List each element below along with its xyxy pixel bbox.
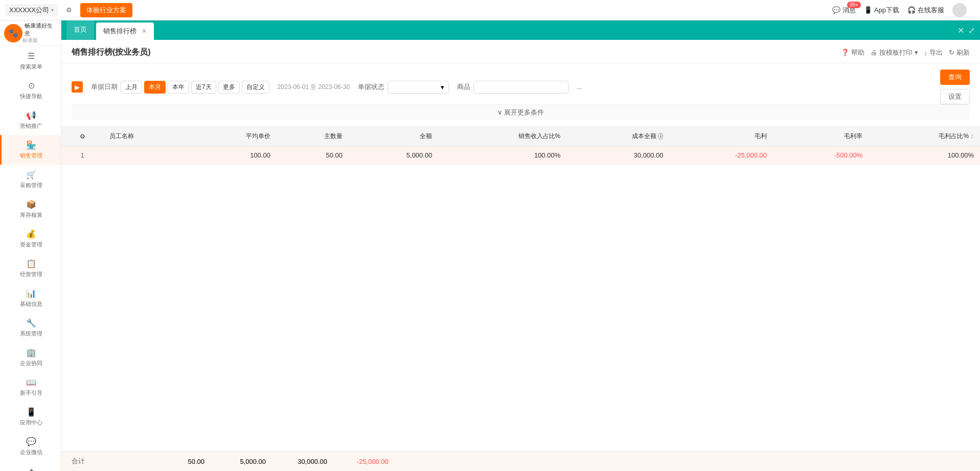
page-actions: ❓ 帮助 🖨 按模板打印 ▾ ↓ 导出 ↻ 刷新 [841,48,970,57]
enterprise-icon: 🏢 [26,348,36,357]
company-selector[interactable]: XXXXXX公司 ▾ [5,4,58,16]
date-range-display: 2023-06-01 至 2023-06-30 [278,83,350,92]
sidebar: 🐾 畅康通好生意 标准版 ☰ 搜索菜单 ⊙ 快捷导航 📢 营销推广 🏪 销售管理… [0,20,61,471]
goods-input[interactable] [473,81,568,94]
filter-area: ▶ 单据日期 上月 本月 本年 近7天 更多 自定义 2023-06 [61,63,980,127]
col-cost: 成本全额 i [566,127,669,146]
sidebar-logo: 🐾 畅康通好生意 标准版 [0,20,61,46]
print-icon: 🖨 [871,49,877,56]
date-btn-7days[interactable]: 近7天 [191,81,216,94]
settings-icon[interactable]: ⚙ [62,3,76,17]
layout: 🐾 畅康通好生意 标准版 ☰ 搜索菜单 ⊙ 快捷导航 📢 营销推广 🏪 销售管理… [0,20,980,471]
date-btn-custom[interactable]: 自定义 [242,81,269,94]
col-name: 员工名称 [103,127,190,146]
sidebar-item-wechat[interactable]: 💬 企业微信 [0,432,61,461]
date-filter: 单据日期 上月 本月 本年 近7天 更多 自定义 [91,81,269,94]
tab-home[interactable]: 首页 [66,20,94,40]
tab-close-all-icon[interactable]: ✕ [958,26,964,35]
wechat-icon: 💬 [26,437,36,446]
table-area: ⚙ 员工名称 平均单价 主数量 全额 销售收入占比% 成本全额 i 毛利 毛利率… [61,127,980,451]
top-right-actions: 💬 消息 99+ 📱 App下载 🎧 在线客服 [832,3,975,17]
tab-bar: 首页 销售排行榜 ✕ ✕ ⤢ [61,20,980,40]
sidebar-item-finance[interactable]: 💰 资金管理 [0,224,61,254]
tab-expand-icon[interactable]: ⤢ [968,26,975,35]
avatar[interactable] [952,3,967,17]
message-icon: 💬 [832,6,840,14]
settings-button[interactable]: 设置 [940,89,970,104]
message-button[interactable]: 💬 消息 99+ [832,6,856,15]
expand-more-bar[interactable]: ∨ 展开更多条件 [72,104,970,120]
print-button[interactable]: 🖨 按模板打印 ▾ [871,48,918,57]
cell-amount: 5,000.00 [349,146,438,165]
date-btn-this-month[interactable]: 本月 [144,81,166,94]
purchase-icon: 🛒 [26,170,36,180]
cell-name [103,146,190,165]
query-button[interactable]: 查询 [940,70,970,85]
page-header: 销售排行榜(按业务员) ❓ 帮助 🖨 按模板打印 ▾ ↓ 导出 [61,40,980,63]
export-button[interactable]: ↓ 导出 [924,48,943,57]
phone-icon: 📱 [864,6,872,14]
operations-icon: 📋 [26,259,36,268]
col-sales-pct: 销售收入占比% [438,127,566,146]
cell-gross: -25,000.00 [669,146,773,165]
main-content: 首页 销售排行榜 ✕ ✕ ⤢ 销售排行榜(按业务员) ❓ 帮助 [61,20,980,471]
sidebar-item-basic[interactable]: 📊 基础信息 [0,283,61,313]
trial-button[interactable]: 体验行业方案 [80,3,132,17]
col-gross-pct: 毛利占比% ↕ [869,127,980,146]
footer-label: 合计 [72,457,102,466]
sidebar-item-system[interactable]: 🔧 系统管理 [0,313,61,343]
tab-home-label: 首页 [74,25,87,34]
col-gross-rate: 毛利率 [773,127,869,146]
table-header-row: ⚙ 员工名称 平均单价 主数量 全额 销售收入占比% 成本全额 i 毛利 毛利率… [61,127,980,146]
logo-sub: 标准版 [22,37,57,44]
date-btn-last-month[interactable]: 上月 [121,81,142,94]
filter-toggle-icon[interactable]: ▶ [72,81,83,93]
top-bar: XXXXXX公司 ▾ ⚙ 体验行业方案 💬 消息 99+ 📱 App下载 🎧 在… [0,0,980,20]
search-menu-icon: ☰ [28,51,35,61]
sidebar-item-search[interactable]: ☰ 搜索菜单 [0,46,61,76]
app-download-button[interactable]: 📱 App下载 [864,6,899,15]
footer-gross: -25,000.00 [348,458,389,465]
sidebar-item-operations[interactable]: 📋 经营管理 [0,254,61,283]
help-icon: ❓ [841,49,849,56]
sidebar-item-quicknav[interactable]: ⊙ 快捷导航 [0,76,61,105]
table-footer: 合计 50.00 5,000.00 30,000.00 -25,000.00 [61,451,980,471]
sidebar-item-member[interactable]: ✦ 畅会员 [0,461,61,471]
sidebar-item-inventory[interactable]: 📦 库存核算 [0,194,61,224]
headset-icon: 🎧 [907,6,916,14]
sidebar-item-purchase[interactable]: 🛒 采购管理 [0,165,61,194]
logo-icon: 🐾 [4,24,22,42]
tab-close-icon[interactable]: ✕ [142,28,147,35]
more-filters-button[interactable]: ... [577,83,582,91]
date-buttons: 上月 本月 本年 近7天 更多 自定义 [121,81,269,94]
footer-quantity: 50.00 [164,458,204,465]
cell-sales-pct: 100.00% [438,146,566,165]
sidebar-item-marketing[interactable]: 📢 营销推广 [0,105,61,135]
status-select[interactable]: ▾ [388,81,449,94]
sidebar-item-enterprise[interactable]: 🏢 企业协同 [0,343,61,372]
table-body: 1 100.00 50.00 5,000.00 100.00% 30,000.0… [61,146,980,165]
help-button[interactable]: ❓ 帮助 [841,48,864,57]
chevron-down-icon: ▾ [51,7,54,13]
status-select-chevron: ▾ [441,83,444,91]
filter-row: ▶ 单据日期 上月 本月 本年 近7天 更多 自定义 2023-06 [72,70,970,104]
col-avg-price: 平均单价 [190,127,277,146]
date-btn-this-year[interactable]: 本年 [168,81,189,94]
data-table: ⚙ 员工名称 平均单价 主数量 全额 销售收入占比% 成本全额 i 毛利 毛利率… [61,127,980,165]
logo-text: 畅康通好生意 [25,22,57,37]
date-btn-more[interactable]: 更多 [218,81,240,94]
cell-avg-price: 100.00 [190,146,277,165]
export-icon: ↓ [924,49,928,56]
member-icon: ✦ [28,466,35,471]
refresh-button[interactable]: ↻ 刷新 [949,48,970,57]
sidebar-item-appcenter[interactable]: 📱 应用中心 [0,402,61,432]
col-quantity: 主数量 [277,127,349,146]
sales-icon: 🏪 [26,140,36,150]
online-service-button[interactable]: 🎧 在线客服 [907,6,944,15]
sidebar-item-sales[interactable]: 🏪 销售管理 [0,135,61,165]
tab-sales-rank[interactable]: 销售排行榜 ✕ [96,23,154,40]
cell-gross-rate: -500.00% [773,146,869,165]
table-row: 1 100.00 50.00 5,000.00 100.00% 30,000.0… [61,146,980,165]
col-settings-icon[interactable]: ⚙ [61,127,103,146]
sidebar-item-guide[interactable]: 📖 新手引导 [0,372,61,402]
